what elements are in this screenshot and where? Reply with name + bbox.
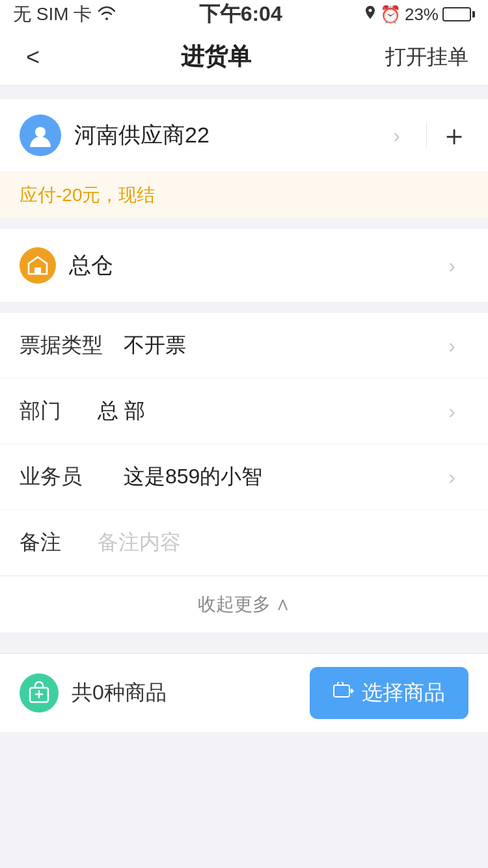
select-product-label: 选择商品 [362,679,445,707]
page-title: 进货单 [181,41,251,73]
notice-row: 应付-20元，现结 [0,172,488,219]
alarm-icon: ⏰ [380,5,401,25]
collapse-row[interactable]: 收起更多 ∧ [0,576,488,632]
warehouse-icon [20,247,56,284]
add-supplier-button[interactable]: ＋ [440,121,468,150]
status-time: 下午6:04 [199,0,282,29]
status-left: 无 SIM 卡 [13,2,116,27]
carrier-text: 无 SIM 卡 [13,2,92,27]
section-gap-4 [0,632,488,643]
remark-placeholder[interactable]: 备注内容 [98,528,468,557]
supplier-row[interactable]: 河南供应商22 › ＋ [0,99,488,172]
svg-point-0 [35,127,46,137]
supplier-section: 河南供应商22 › ＋ 应付-20元，现结 [0,99,488,219]
status-bar: 无 SIM 卡 下午6:04 ⏰ 23% [0,0,488,29]
remark-label: 备注 [20,528,98,557]
select-product-button[interactable]: 选择商品 [310,667,468,719]
department-value: 总 部 [98,397,448,426]
svg-rect-3 [334,685,349,697]
supplier-name: 河南供应商22 [74,120,393,150]
invoice-row[interactable]: 票据类型 不开票 › [0,313,488,379]
select-product-icon [333,682,354,705]
product-bar: 共0种商品 选择商品 [0,653,488,732]
collapse-label: 收起更多 ∧ [198,592,291,617]
battery-percent: 23% [405,5,439,25]
back-button[interactable]: < [20,37,46,77]
open-pending-button[interactable]: 打开挂单 [385,43,468,72]
warehouse-chevron-icon: › [448,254,455,278]
svg-rect-1 [34,267,41,274]
section-gap-2 [0,219,488,229]
notice-text: 应付-20元，现结 [20,185,155,205]
salesperson-value: 这是859的小智 [124,463,448,491]
supplier-divider [426,122,427,148]
supplier-avatar [20,115,61,156]
section-gap-1 [0,86,488,99]
warehouse-name: 总仓 [69,251,448,280]
wifi-icon [97,4,116,25]
salesperson-label: 业务员 [20,463,124,491]
product-icon [20,673,59,712]
product-count: 共0种商品 [72,679,310,707]
department-row[interactable]: 部门 总 部 › [0,379,488,444]
nav-bar: < 进货单 打开挂单 [0,29,488,86]
salesperson-row[interactable]: 业务员 这是859的小智 › [0,444,488,510]
invoice-chevron-icon: › [448,334,455,358]
status-right: ⏰ 23% [364,5,475,25]
department-chevron-icon: › [448,400,455,424]
warehouse-row[interactable]: 总仓 › [0,229,488,303]
invoice-label: 票据类型 [20,331,124,360]
remark-row[interactable]: 备注 备注内容 [0,510,488,576]
department-label: 部门 [20,397,98,426]
invoice-value: 不开票 [124,331,448,360]
form-section: 票据类型 不开票 › 部门 总 部 › 业务员 这是859的小智 › 备注 备注… [0,313,488,632]
location-icon [364,5,376,25]
salesperson-chevron-icon: › [448,465,455,489]
section-gap-3 [0,303,488,313]
supplier-chevron-icon: › [393,124,400,148]
battery-icon [442,7,475,21]
